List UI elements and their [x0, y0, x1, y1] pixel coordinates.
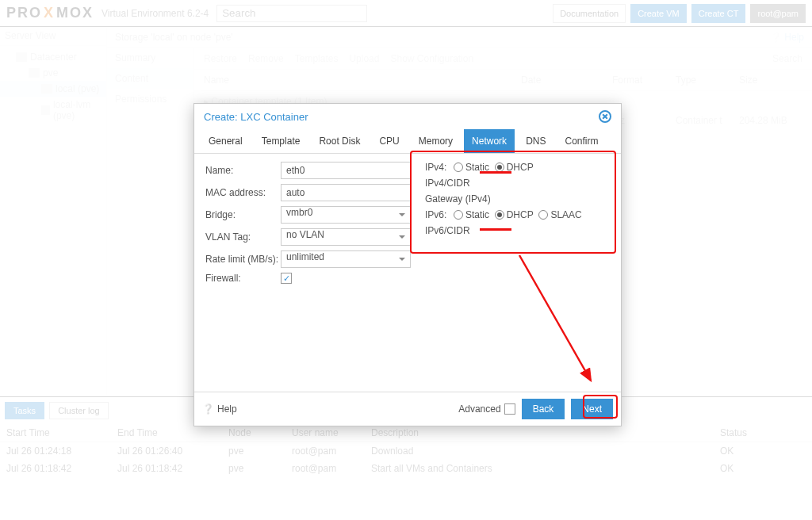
toolbar-search-label: Search	[772, 53, 802, 64]
mac-input[interactable]	[281, 184, 411, 201]
storage-tab-permissions[interactable]: Permissions	[107, 89, 193, 109]
tcol-desc[interactable]: Description	[371, 427, 720, 438]
create-ct-button[interactable]: Create CT	[691, 4, 746, 23]
bottom-tab-tasks[interactable]: Tasks	[5, 402, 44, 419]
wizard-tab-rootdisk[interactable]: Root Disk	[311, 129, 368, 153]
ipv6-cidr-label: IPv6/CIDR	[425, 225, 610, 236]
panel-help-button[interactable]: ❔ Help	[770, 32, 804, 43]
advanced-toggle[interactable]: Advanced ✓	[458, 403, 515, 415]
tcol-status[interactable]: Status	[720, 427, 783, 438]
wizard-tab-cpu[interactable]: CPU	[371, 129, 407, 153]
storage-tab-summary[interactable]: Summary	[107, 48, 193, 68]
tree-storage-local-lvm[interactable]: local-lvm (pve)	[0, 97, 106, 124]
wizard-tab-network[interactable]: Network	[464, 129, 515, 153]
toolbar-show-config[interactable]: Show Configuration	[390, 53, 473, 64]
storage-icon	[41, 105, 50, 115]
ipv6-slaac-label: SLAAC	[550, 209, 581, 220]
col-type[interactable]: Type	[676, 75, 739, 86]
firewall-label: Firewall:	[205, 273, 281, 284]
toolbar-remove[interactable]: Remove	[248, 53, 284, 64]
breadcrumb: Storage 'local' on node 'pve'	[115, 32, 233, 43]
modal-close-button[interactable]	[599, 110, 611, 123]
next-button[interactable]: Next	[571, 399, 613, 419]
tcol-user[interactable]: User name	[292, 427, 371, 438]
cell-type: Container t	[676, 115, 739, 126]
create-lxc-modal: Create: LXC Container General Template R…	[193, 103, 622, 426]
server-icon	[16, 52, 27, 62]
vlan-label: VLAN Tag:	[205, 231, 281, 243]
sidebar-view-selector[interactable]: Server View	[0, 27, 106, 46]
brand-logo: PROXMOX	[6, 5, 94, 21]
global-search-input[interactable]	[216, 5, 367, 22]
wizard-tab-template[interactable]: Template	[254, 129, 308, 153]
version-label: Virtual Environment 6.2-4	[102, 8, 209, 19]
col-size[interactable]: Size	[739, 75, 802, 86]
iface-name-input[interactable]	[281, 162, 411, 179]
ipv6-slaac-radio[interactable]	[538, 210, 548, 220]
wizard-tab-dns[interactable]: DNS	[518, 129, 553, 153]
storage-icon	[41, 84, 52, 94]
create-vm-button[interactable]: Create VM	[630, 4, 687, 23]
ipv6-static-radio[interactable]	[454, 210, 463, 220]
tree-node-pve[interactable]: pve	[0, 65, 106, 81]
task-row[interactable]: Jul 26 01:24:18 Jul 26 01:26:40 pve root…	[0, 442, 812, 460]
toolbar-restore[interactable]: Restore	[204, 53, 237, 64]
tree-storage-local[interactable]: local (pve)	[0, 81, 106, 97]
ipv4-static-radio[interactable]	[454, 162, 463, 172]
col-date[interactable]: Date	[521, 75, 612, 86]
cell-format: tgz	[612, 115, 676, 126]
modal-title: Create: LXC Container	[204, 111, 308, 123]
mac-label: MAC address:	[205, 187, 281, 198]
ipv6-dhcp-label: DHCP	[507, 209, 534, 220]
task-row[interactable]: Jul 26 01:18:42 Jul 26 01:18:42 pve root…	[0, 460, 812, 477]
tcol-end[interactable]: End Time	[117, 427, 228, 438]
storage-tab-content[interactable]: Content	[107, 68, 193, 89]
col-format[interactable]: Format	[612, 75, 676, 86]
rate-label: Rate limit (MB/s):	[205, 254, 281, 265]
name-label: Name:	[205, 165, 281, 176]
modal-help-button[interactable]: ❔ Help	[202, 403, 237, 415]
ipv6-static-label: Static	[465, 209, 489, 220]
ipv6-label: IPv6:	[425, 209, 454, 220]
bottom-tab-cluster-log[interactable]: Cluster log	[49, 402, 109, 419]
tcol-node[interactable]: Node	[228, 427, 292, 438]
node-icon	[29, 68, 40, 78]
toolbar-templates[interactable]: Templates	[295, 53, 339, 64]
wizard-tab-general[interactable]: General	[201, 129, 251, 153]
wizard-tab-memory[interactable]: Memory	[411, 129, 461, 153]
ipv6-dhcp-radio[interactable]	[495, 210, 504, 220]
vlan-select[interactable]: no VLAN	[281, 228, 411, 246]
rate-select[interactable]: unlimited	[281, 250, 411, 268]
toolbar-upload[interactable]: Upload	[349, 53, 379, 64]
documentation-button[interactable]: Documentation	[553, 4, 626, 23]
ipv4-label: IPv4:	[425, 162, 454, 173]
tree-datacenter[interactable]: Datacenter	[0, 49, 106, 65]
back-button[interactable]: Back	[522, 399, 565, 419]
wizard-tab-confirm[interactable]: Confirm	[557, 129, 606, 153]
user-menu-button[interactable]: root@pam	[750, 4, 806, 23]
cell-size: 204.28 MiB	[739, 115, 802, 126]
bridge-label: Bridge:	[205, 209, 281, 220]
firewall-checkbox[interactable]: ✓	[281, 273, 292, 284]
bridge-select[interactable]: vmbr0	[281, 206, 411, 224]
col-name[interactable]: Name	[204, 75, 521, 86]
ipv4-gw-label: Gateway (IPv4)	[425, 193, 610, 205]
tcol-start[interactable]: Start Time	[6, 427, 117, 438]
ipv4-cidr-label: IPv4/CIDR	[425, 178, 610, 189]
